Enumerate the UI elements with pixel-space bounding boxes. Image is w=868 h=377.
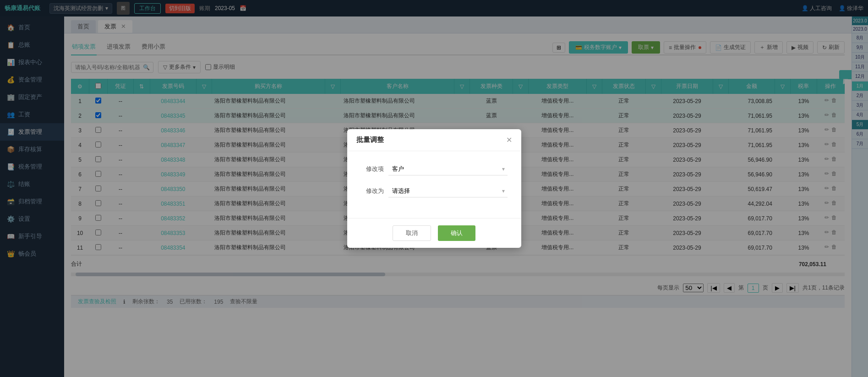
batch-adjust-modal: 批量调整 ✕ 修改项 客户 发票类型 发票状态 购买方名称 ▾ 修改为 (347, 129, 521, 248)
modal-footer: 取消 确认 (347, 218, 521, 248)
modal-overlay: 批量调整 ✕ 修改项 客户 发票类型 发票状态 购买方名称 ▾ 修改为 (0, 0, 868, 377)
cancel-button[interactable]: 取消 (393, 225, 431, 241)
field-row: 修改项 客户 发票类型 发票状态 购买方名称 ▾ (361, 163, 508, 175)
modal-title: 批量调整 (356, 136, 384, 144)
modal-header: 批量调整 ✕ (347, 129, 521, 151)
value-row: 修改为 请选择 ▾ (361, 185, 508, 197)
value-label: 修改为 (361, 187, 384, 195)
value-select[interactable]: 请选择 (388, 185, 508, 197)
confirm-button[interactable]: 确认 (438, 225, 475, 241)
field-select-wrapper: 客户 发票类型 发票状态 购买方名称 ▾ (388, 163, 508, 175)
field-select[interactable]: 客户 发票类型 发票状态 购买方名称 (388, 163, 508, 175)
value-select-wrapper: 请选择 ▾ (388, 185, 508, 197)
field-label: 修改项 (361, 165, 384, 173)
modal-close-button[interactable]: ✕ (506, 136, 512, 144)
modal-body: 修改项 客户 发票类型 发票状态 购买方名称 ▾ 修改为 请选择 (347, 151, 521, 218)
